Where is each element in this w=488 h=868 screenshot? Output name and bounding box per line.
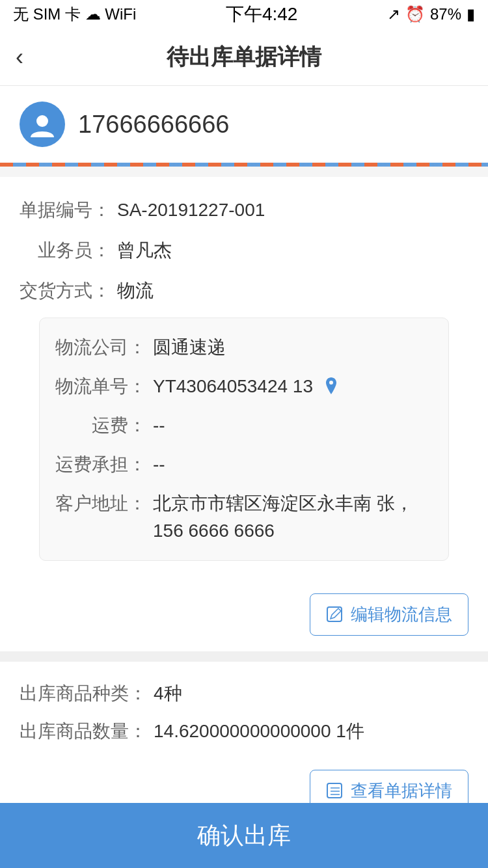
- avatar: [20, 102, 65, 147]
- logistics-address-row: 客户地址： 北京市市辖区海淀区永丰南 张，156 6666 6666: [55, 490, 433, 545]
- logistics-freight-value: --: [153, 412, 433, 439]
- logistics-freight-bearer-row: 运费承担： --: [55, 451, 433, 478]
- section-divider: [0, 651, 488, 662]
- logistics-freight-label: 运费：: [55, 412, 146, 439]
- edit-btn-row: 编辑物流信息: [0, 580, 488, 651]
- battery-level: 87%: [430, 5, 461, 23]
- edit-icon: [326, 606, 344, 624]
- dashed-divider: [0, 163, 488, 167]
- logistics-address-value: 北京市市辖区海淀区永丰南 张，156 6666 6666: [153, 490, 433, 545]
- goods-quantity-row: 出库商品数量： 14.620000000000000 1件: [20, 719, 468, 744]
- svg-rect-2: [327, 783, 342, 798]
- alarm-icon: ⏰: [405, 5, 425, 23]
- delivery-method-value: 物流: [117, 277, 468, 305]
- back-button[interactable]: ‹: [16, 44, 23, 71]
- confirm-outbound-button[interactable]: 确认出库: [0, 803, 488, 868]
- logistics-tracking-label: 物流单号：: [55, 373, 146, 400]
- goods-types-row: 出库商品种类： 4种: [20, 681, 468, 706]
- logistics-tracking-value: YT43064053424 13: [153, 373, 433, 400]
- location-icon: ↗: [387, 5, 400, 23]
- sim-status: 无 SIM 卡 ☁ WiFi: [13, 4, 136, 25]
- order-no-label: 单据编号：: [20, 197, 111, 224]
- user-icon: [29, 111, 55, 137]
- order-no-value: SA-20191227-001: [117, 197, 468, 224]
- page-title: 待出库单据详情: [167, 42, 321, 72]
- status-bar: 无 SIM 卡 ☁ WiFi 下午4:42 ↗ ⏰ 87% ▮: [0, 0, 488, 29]
- goods-quantity-label: 出库商品数量：: [20, 719, 147, 744]
- tracking-number-text: YT43064053424 13: [153, 373, 313, 400]
- map-location-icon[interactable]: [321, 376, 342, 397]
- goods-quantity-value: 14.620000000000000 1件: [154, 719, 364, 744]
- edit-logistics-button[interactable]: 编辑物流信息: [310, 593, 468, 636]
- logistics-freight-bearer-value: --: [153, 451, 433, 478]
- view-details-label: 查看单据详情: [351, 780, 452, 802]
- order-info-section: 单据编号： SA-20191227-001 业务员： 曾凡杰 交货方式： 物流 …: [0, 177, 488, 580]
- sales-person-row: 业务员： 曾凡杰: [20, 237, 468, 264]
- status-left: 无 SIM 卡 ☁ WiFi: [13, 4, 136, 25]
- sales-person-value: 曾凡杰: [117, 237, 468, 264]
- goods-section: 出库商品种类： 4种 出库商品数量： 14.620000000000000 1件: [0, 662, 488, 763]
- phone-number: 17666666666: [78, 111, 229, 139]
- logistics-company-row: 物流公司： 圆通速递: [55, 334, 433, 361]
- confirm-outbound-label: 确认出库: [197, 820, 291, 852]
- back-icon[interactable]: ‹: [16, 44, 23, 70]
- status-time: 下午4:42: [226, 2, 298, 27]
- edit-logistics-label: 编辑物流信息: [351, 603, 452, 626]
- svg-point-0: [36, 115, 48, 127]
- nav-bar: ‹ 待出库单据详情: [0, 29, 488, 86]
- logistics-tracking-row: 物流单号： YT43064053424 13: [55, 373, 433, 400]
- goods-types-label: 出库商品种类：: [20, 681, 147, 706]
- logistics-card: 物流公司： 圆通速递 物流单号： YT43064053424 13 运费： --…: [39, 318, 449, 561]
- battery-icon: ▮: [467, 5, 475, 23]
- list-icon: [326, 782, 344, 800]
- delivery-method-row: 交货方式： 物流: [20, 277, 468, 305]
- order-no-row: 单据编号： SA-20191227-001: [20, 197, 468, 224]
- logistics-freight-row: 运费： --: [55, 412, 433, 439]
- logistics-freight-bearer-label: 运费承担：: [55, 451, 146, 478]
- phone-section: 17666666666: [0, 86, 488, 163]
- goods-types-value: 4种: [154, 681, 182, 706]
- delivery-method-label: 交货方式：: [20, 277, 111, 305]
- status-right: ↗ ⏰ 87% ▮: [387, 5, 475, 23]
- logistics-address-label: 客户地址：: [55, 490, 146, 517]
- sales-person-label: 业务员：: [20, 237, 111, 264]
- logistics-company-value: 圆通速递: [153, 334, 433, 361]
- logistics-company-label: 物流公司：: [55, 334, 146, 361]
